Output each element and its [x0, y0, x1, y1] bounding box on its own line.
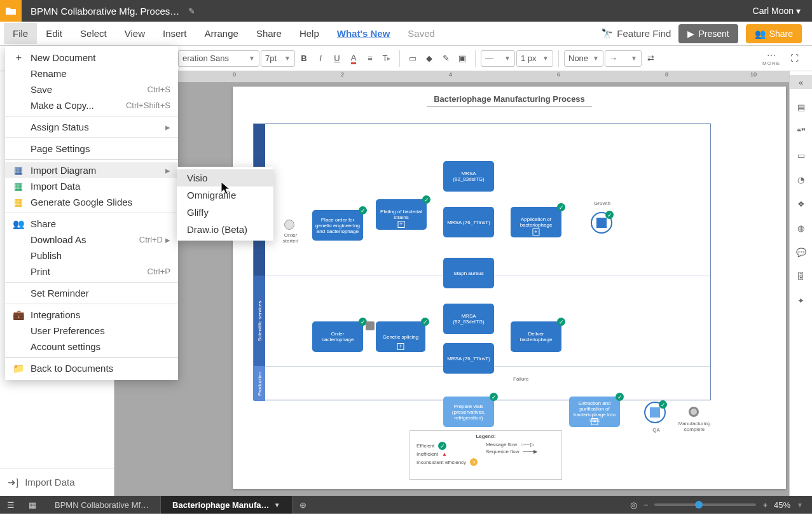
bpmn-task[interactable]: MRSA (76_77insT)	[443, 207, 494, 237]
menu-save[interactable]: SaveCtrl+S	[5, 81, 178, 97]
folder-icon[interactable]	[0, 0, 22, 22]
font-size-picker[interactable]: 7pt▼	[261, 50, 295, 67]
menu-assign-status[interactable]: Assign Status▸	[5, 119, 178, 135]
connector-flip-icon[interactable]: ⇄	[643, 51, 658, 66]
menu-edit[interactable]: Edit	[37, 23, 71, 44]
bpmn-task[interactable]: Deliver bacteriophage✓	[511, 321, 561, 352]
more-tools[interactable]: ⋯ MORE	[762, 50, 780, 66]
menu-user-prefs[interactable]: User Preferences	[5, 323, 178, 339]
submenu-omnigraffle[interactable]: Omnigraffle	[177, 186, 273, 204]
menu-rename[interactable]: Rename	[5, 66, 178, 81]
present-button[interactable]: ▶ Present	[678, 24, 738, 43]
zoom-out-icon[interactable]: −	[643, 500, 649, 510]
menu-arrange[interactable]: Arrange	[196, 23, 247, 44]
menu-account-settings[interactable]: Account settings	[5, 339, 178, 355]
share-button[interactable]: 👥 Share	[746, 24, 802, 43]
rename-pencil-icon[interactable]: ✎	[188, 6, 195, 16]
canvas-page[interactable]: Bacteriophage Manufacturing Process Lab …	[233, 87, 786, 489]
bpmn-task[interactable]: Plating of bacterial strains✓+	[376, 199, 427, 230]
feature-find[interactable]: 🔭 Feature Find	[601, 28, 671, 39]
menu-view[interactable]: View	[116, 23, 154, 44]
menu-set-reminder[interactable]: Set Reminder	[5, 285, 178, 301]
bpmn-pool[interactable]: Lab Group A Scientific services Producti…	[253, 123, 711, 400]
underline-icon[interactable]: U	[329, 51, 345, 66]
font-picker[interactable]: eration Sans▼	[178, 50, 259, 67]
zoom-slider[interactable]	[654, 503, 756, 506]
text-options-icon[interactable]: T▸	[379, 51, 394, 66]
bpmn-task[interactable]: Order bacteriophage✓	[312, 321, 363, 352]
fill-color-icon[interactable]: ▭	[405, 51, 420, 66]
page-icon[interactable]: ▤	[795, 101, 808, 113]
arrow-start-picker[interactable]: None▼	[564, 50, 603, 67]
bpmn-task[interactable]: Prepare vials (preservatives, refrigerat…	[443, 397, 494, 427]
layers-icon[interactable]: ❖	[795, 197, 808, 210]
menu-download-as[interactable]: Download AsCtrl+D▸	[5, 232, 178, 248]
zoom-value[interactable]: 45%	[774, 500, 790, 510]
submenu-drawio[interactable]: Draw.io (Beta)	[177, 221, 273, 238]
menu-whats-new[interactable]: What's New	[328, 23, 399, 44]
menu-file[interactable]: File	[4, 23, 37, 44]
data-icon[interactable]: 🗄	[795, 270, 808, 283]
user-menu[interactable]: Carl Moon ▾	[741, 6, 812, 16]
menu-page-settings[interactable]: Page Settings	[5, 141, 178, 157]
menu-share-doc[interactable]: 👥Share	[5, 216, 178, 232]
menu-print[interactable]: PrintCtrl+P	[5, 264, 178, 279]
comment-icon[interactable]: ❝❞	[795, 125, 808, 137]
submenu-visio[interactable]: Visio	[177, 169, 273, 186]
chat-icon[interactable]: 💬	[795, 246, 808, 258]
import-data-button[interactable]: ➜] Import Data	[0, 468, 114, 496]
document-title[interactable]: BPMN Collaborative Mfg. Proces…	[31, 6, 179, 17]
page-tab[interactable]: BPMN Collaborative Mf…	[43, 496, 161, 514]
menu-share[interactable]: Share	[247, 23, 291, 44]
add-page-icon[interactable]: ⊕	[292, 500, 314, 510]
paint-icon[interactable]: ◍	[795, 221, 808, 234]
zoom-menu-caret[interactable]: ▼	[797, 502, 803, 509]
bpmn-task[interactable]: MRSA (76_77insT)	[443, 343, 494, 374]
zoom-reset-icon[interactable]: ◎	[630, 500, 637, 510]
menu-import-diagram[interactable]: ▦Import Diagram▸	[5, 162, 178, 178]
menu-generate-slides[interactable]: ▦Generate Google Slides	[5, 194, 178, 210]
page-tab[interactable]: Bacteriophage Manufa… ▼	[161, 496, 292, 514]
fullscreen-icon[interactable]: ⛶	[787, 51, 802, 66]
bpmn-task[interactable]: MRSA (82_83delTG)	[443, 304, 494, 334]
note-icon[interactable]	[366, 321, 375, 330]
lane-header[interactable]: Scientific services	[254, 276, 265, 366]
cycle-event[interactable]: ✓	[644, 402, 666, 423]
arrow-end-picker[interactable]: → ▼	[605, 50, 642, 67]
presentation-icon[interactable]: ▭	[795, 149, 808, 162]
bpmn-task[interactable]: Extraction and purification of bacteriop…	[569, 397, 620, 427]
submenu-gliffy[interactable]: Gliffy	[177, 204, 273, 221]
lane-header[interactable]: Production	[254, 366, 265, 401]
menu-help[interactable]: Help	[291, 23, 328, 44]
bpmn-task[interactable]: Application of bacteriophage✓+	[511, 207, 561, 237]
magic-icon[interactable]: ✦	[795, 294, 808, 307]
menu-back-to-docs[interactable]: 📁Back to Documents	[5, 360, 178, 376]
bold-icon[interactable]: B	[296, 51, 312, 66]
start-event[interactable]	[284, 220, 294, 230]
bpmn-task[interactable]: Staph aureus	[443, 258, 494, 288]
bpmn-task[interactable]: Genetic splicing✓+	[376, 321, 425, 352]
collapse-dock-icon[interactable]: «	[790, 75, 812, 89]
bpmn-task[interactable]: MRSA (82_83delTG)	[443, 161, 494, 192]
cycle-event[interactable]: ✓	[591, 212, 612, 234]
grid-view-icon[interactable]: ▦	[22, 500, 43, 510]
outline-view-icon[interactable]: ☰	[0, 500, 22, 510]
menu-new-document[interactable]: ＋New Document	[5, 50, 178, 66]
bpmn-task[interactable]: Place order for genetic engineering and …	[312, 210, 363, 241]
zoom-in-icon[interactable]: +	[762, 500, 767, 510]
align-icon[interactable]: ≡	[362, 51, 378, 66]
menu-import-data[interactable]: ▦Import Data	[5, 178, 178, 194]
text-color-icon[interactable]: A	[346, 51, 361, 66]
menu-integrations[interactable]: 💼Integrations	[5, 307, 178, 323]
menu-insert[interactable]: Insert	[154, 23, 196, 44]
line-style-picker[interactable]: — ▼	[481, 50, 515, 67]
menu-make-copy[interactable]: Make a Copy...Ctrl+Shift+S	[5, 97, 178, 113]
shape-style-icon[interactable]: ▣	[455, 51, 470, 66]
bucket-icon[interactable]: ◆	[422, 51, 437, 66]
line-width-picker[interactable]: 1 px▼	[516, 50, 553, 67]
menu-publish[interactable]: Publish	[5, 248, 178, 264]
italic-icon[interactable]: I	[313, 51, 328, 66]
border-color-icon[interactable]: ✎	[438, 51, 453, 66]
history-icon[interactable]: ◔	[795, 173, 808, 186]
end-event[interactable]	[689, 407, 699, 417]
